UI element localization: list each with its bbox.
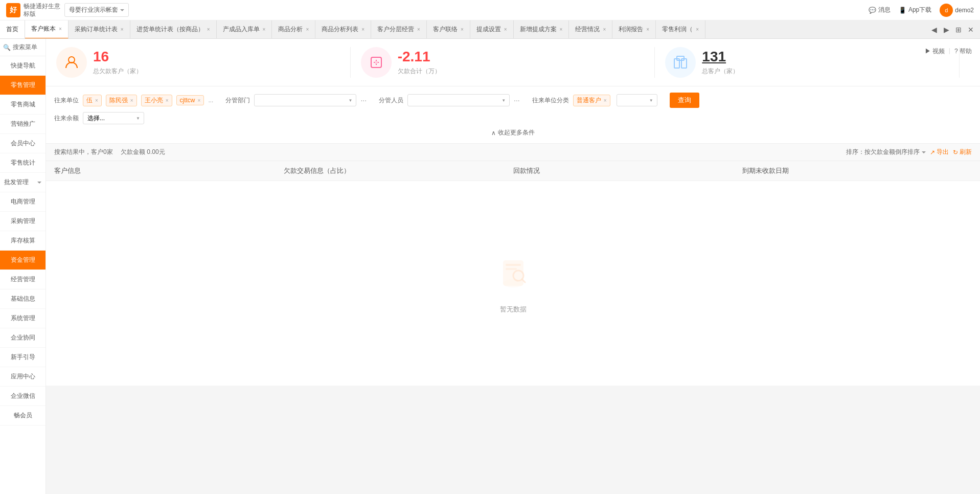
- sidebar-item-marketing[interactable]: 营销推广: [0, 115, 45, 134]
- tab-close-icon[interactable]: ×: [207, 27, 210, 32]
- sidebar-item-enterprise-coop[interactable]: 企业协同: [0, 328, 45, 348]
- tab-product-analysis-list[interactable]: 商品分析列表 ×: [315, 20, 371, 39]
- app-download-button[interactable]: 📱 App下载: [899, 6, 931, 14]
- avatar: d: [940, 4, 953, 17]
- help-button[interactable]: ? 帮助: [954, 47, 972, 56]
- results-header: 搜索结果中，客户0家 欠款金额 0.00元 排序：按欠款金额倒序排序 ↗ 导出 …: [46, 144, 980, 161]
- tab-close-icon[interactable]: ×: [417, 27, 420, 32]
- tab-menu-button[interactable]: ⊞: [953, 25, 964, 35]
- tab-close-all-button[interactable]: ✕: [966, 25, 976, 35]
- sort-select[interactable]: 排序：按欠款金额倒序排序: [846, 148, 926, 156]
- tab-profit[interactable]: 利润报告 ×: [612, 20, 656, 39]
- export-button[interactable]: ↗ 导出: [930, 148, 949, 156]
- tab-close-icon[interactable]: ×: [263, 27, 266, 32]
- filter-row-balance: 往来余额 选择...: [54, 112, 972, 124]
- chevron-down-icon: [37, 182, 41, 184]
- sidebar-item-inventory[interactable]: 库存核算: [0, 231, 45, 251]
- messages-button[interactable]: 💬 消息: [869, 6, 891, 14]
- svg-rect-9: [506, 268, 517, 270]
- sidebar-item-purchase[interactable]: 采购管理: [0, 212, 45, 231]
- filter-label-person: 分管人员: [379, 96, 403, 105]
- filter-tag-wu[interactable]: 伍 ×: [83, 95, 102, 106]
- query-button[interactable]: 查询: [670, 93, 699, 108]
- sidebar-item-retail-stats[interactable]: 零售统计: [0, 153, 45, 173]
- sidebar-item-retail[interactable]: 零售管理: [0, 76, 45, 95]
- sidebar-quick-nav[interactable]: 快捷导航: [0, 56, 45, 76]
- sidebar-item-new-user[interactable]: 新手引导: [0, 348, 45, 367]
- person-input[interactable]: [407, 94, 510, 106]
- tab-next-button[interactable]: ▶: [941, 25, 951, 35]
- dept-more-icon[interactable]: ···: [360, 96, 367, 104]
- tab-customer-ledger[interactable]: 客户账本 ×: [25, 20, 69, 39]
- stat-icon-total: [665, 47, 696, 78]
- dept-select-wrapper: [254, 94, 356, 106]
- tab-home[interactable]: 首页: [0, 20, 25, 39]
- filter-more-tag[interactable]: ...: [208, 97, 213, 104]
- tab-close-icon[interactable]: ×: [306, 27, 309, 32]
- sidebar-item-finance[interactable]: 资金管理: [0, 251, 45, 270]
- remove-tag-icon[interactable]: ×: [166, 98, 169, 103]
- message-icon: 💬: [869, 7, 876, 14]
- sidebar-item-retail-shop[interactable]: 零售商城: [0, 95, 45, 115]
- tab-close-icon[interactable]: ×: [646, 27, 649, 32]
- sidebar-item-ecommerce[interactable]: 电商管理: [0, 192, 45, 212]
- stat-value-customers: 16: [93, 50, 142, 64]
- tab-close-icon[interactable]: ×: [59, 26, 62, 32]
- remove-unit-class-icon[interactable]: ×: [604, 98, 607, 103]
- user-profile[interactable]: d demo2: [940, 4, 974, 17]
- video-button[interactable]: ▶ 视频: [925, 47, 945, 56]
- filter-tag-chen[interactable]: 陈民强 ×: [106, 95, 137, 106]
- sidebar-item-system[interactable]: 系统管理: [0, 309, 45, 328]
- tab-product-analysis[interactable]: 商品分析 ×: [272, 20, 315, 39]
- sidebar-item-app-center[interactable]: 应用中心: [0, 367, 45, 387]
- tab-close-icon[interactable]: ×: [603, 27, 606, 32]
- tab-promotion[interactable]: 提成设置 ×: [470, 20, 514, 39]
- tab-close-icon[interactable]: ×: [696, 27, 699, 32]
- balance-select[interactable]: 选择...: [83, 112, 144, 124]
- sidebar-item-vip[interactable]: 畅会员: [0, 406, 45, 425]
- filter-row-unit: 往来单位 伍 × 陈民强 × 王小亮 × cjttcw × ...: [54, 93, 972, 108]
- sidebar-item-enterprise-wechat[interactable]: 企业微信: [0, 387, 45, 406]
- refresh-button[interactable]: ↻ 刷新: [953, 148, 972, 156]
- filter-tag-normal-customer[interactable]: 普通客户 ×: [573, 95, 610, 106]
- collapse-button[interactable]: ∧ 收起更多条件: [54, 128, 972, 137]
- remove-tag-icon[interactable]: ×: [95, 98, 98, 103]
- tab-retail-profit[interactable]: 零售利润（ ×: [656, 20, 705, 39]
- unit-class-select[interactable]: [617, 94, 657, 106]
- tab-operations[interactable]: 经营情况 ×: [569, 20, 612, 39]
- person-more-icon[interactable]: ···: [514, 96, 520, 104]
- unit-class-select-wrapper: [617, 94, 657, 106]
- search-icon: 🔍: [3, 44, 11, 51]
- tab-purchase-order[interactable]: 采购订单统计表 ×: [69, 20, 130, 39]
- tab-prev-button[interactable]: ◀: [929, 25, 939, 35]
- sidebar-item-member[interactable]: 会员中心: [0, 134, 45, 153]
- svg-rect-8: [506, 264, 521, 266]
- col-customer-info: 客户信息: [54, 166, 284, 175]
- tab-close-icon[interactable]: ×: [361, 27, 364, 32]
- sidebar-item-wholesale[interactable]: 批发管理: [0, 173, 45, 192]
- tab-product-stock[interactable]: 产成品入库单 ×: [217, 20, 272, 39]
- tab-customer-segment[interactable]: 客户分层经营 ×: [371, 20, 427, 39]
- sidebar-item-operations[interactable]: 经营管理: [0, 270, 45, 289]
- stats-help: ▶ 视频 | ? 帮助: [925, 47, 972, 56]
- logo-text: 畅捷通好生意 标版: [24, 3, 60, 17]
- filter-tag-wang[interactable]: 王小亮 ×: [141, 95, 172, 106]
- tab-stock-in[interactable]: 进货单统计表（按商品） ×: [130, 20, 217, 39]
- remove-tag-icon[interactable]: ×: [198, 98, 201, 103]
- logo-icon: 好: [6, 3, 20, 17]
- tab-close-icon[interactable]: ×: [461, 27, 464, 32]
- sidebar-search[interactable]: 🔍 搜索菜单: [0, 39, 45, 56]
- stat-icon-amount: [361, 47, 392, 78]
- tab-close-icon[interactable]: ×: [504, 27, 507, 32]
- filter-tag-cjttcw[interactable]: cjttcw ×: [176, 95, 204, 105]
- stat-info-customers: 16 总欠款客户（家）: [93, 50, 142, 76]
- account-selector[interactable]: 母婴行业演示帐套: [64, 3, 129, 17]
- tab-close-icon[interactable]: ×: [560, 27, 563, 32]
- stat-info-amount: -2.11 欠款合计（万）: [398, 50, 441, 76]
- tab-new-promotion[interactable]: 新增提成方案 ×: [514, 20, 569, 39]
- remove-tag-icon[interactable]: ×: [130, 98, 133, 103]
- sidebar-item-basic-info[interactable]: 基础信息: [0, 289, 45, 309]
- tab-close-icon[interactable]: ×: [121, 27, 124, 32]
- tab-customer-contact[interactable]: 客户联络 ×: [427, 20, 470, 39]
- dept-input[interactable]: [254, 94, 356, 106]
